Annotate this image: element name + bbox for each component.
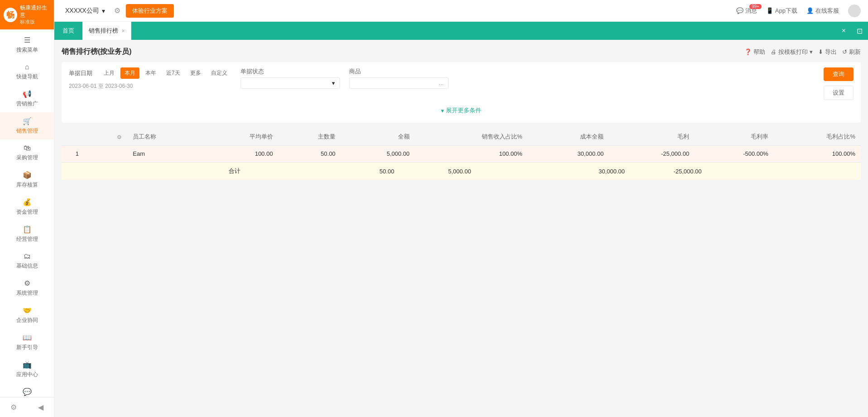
tab-sales-ranking[interactable]: 销售排行榜 × (82, 22, 131, 40)
guide-icon: 📖 (23, 333, 32, 342)
footer-cell: -25,000.00 (630, 168, 707, 175)
export-btn[interactable]: ⬇ 导出 (818, 48, 837, 56)
sidebar-item-purchase[interactable]: 🛍采购管理 (0, 139, 54, 166)
collapse-btn[interactable]: ◀ (38, 403, 43, 412)
status-select[interactable]: ▾ (240, 77, 340, 89)
print-btn[interactable]: 🖨 按模板打印 ▾ (771, 48, 813, 56)
status-label: 单据状态 (240, 67, 264, 76)
trial-button[interactable]: 体验行业方案 (126, 4, 174, 18)
cell-name: Eam (127, 146, 203, 162)
sidebar-label-search: 搜索菜单 (16, 46, 38, 54)
date-btn-上月[interactable]: 上月 (100, 67, 119, 79)
settings-button[interactable]: 设置 (824, 86, 854, 100)
sidebar-item-management[interactable]: 📋经营管理 (0, 220, 54, 248)
sidebar-item-marketing[interactable]: 📢营销推广 (0, 85, 54, 112)
cell-settings (93, 146, 128, 162)
data-table: ⚙员工名称平均单价主数量全额销售收入占比%成本全额毛利毛利率毛利占比% 1Eam… (62, 128, 861, 162)
date-filter-row: 单据日期 上月本月本年近7天更多自定义 (69, 67, 231, 79)
col-header-quantity: 主数量 (278, 128, 341, 146)
restore-window-btn[interactable]: ⊡ (851, 22, 868, 40)
cell-profit_pct: 100.00% (774, 146, 861, 162)
inventory-icon: 📦 (23, 171, 32, 179)
date-btn-更多[interactable]: 更多 (186, 67, 205, 79)
goods-dots[interactable]: ... (439, 80, 444, 86)
tab-close-icon[interactable]: × (122, 28, 125, 34)
sidebar-label-finance: 资金管理 (16, 208, 38, 216)
sidebar: 畅 畅康通好生意 标准版 ☰搜索菜单⌂快捷导航📢营销推广🛒销售管理🛍采购管理📦库… (0, 0, 54, 417)
date-btn-近7天[interactable]: 近7天 (162, 67, 184, 79)
date-btn-本年[interactable]: 本年 (141, 67, 160, 79)
date-filter-label: 单据日期 (69, 69, 92, 77)
sidebar-item-collab[interactable]: 🤝企业协同 (0, 302, 54, 329)
sidebar-item-search[interactable]: ☰搜索菜单 (0, 31, 54, 58)
chevron-down-expand-icon: ▾ (441, 107, 444, 114)
sidebar-label-collab: 企业协同 (16, 316, 38, 324)
header-actions: ❓ 帮助 🖨 按模板打印 ▾ ⬇ 导出 ↺ 刷新 (744, 48, 861, 56)
export-icon: ⬇ (818, 48, 823, 55)
goods-filter-col: 商品 ... (349, 67, 449, 89)
message-btn[interactable]: 💬 消息 99+ (736, 7, 757, 15)
collab-icon: 🤝 (23, 306, 32, 315)
mobile-icon: 📱 (766, 7, 773, 14)
sidebar-item-finance[interactable]: 💰资金管理 (0, 193, 54, 220)
page-title: 销售排行榜(按业务员) (62, 47, 132, 57)
sidebar-item-system[interactable]: ⚙系统管理 (0, 274, 54, 302)
date-btn-自定义[interactable]: 自定义 (207, 67, 231, 79)
cell-profit: -25,000.00 (609, 146, 695, 162)
sidebar-label-system: 系统管理 (16, 289, 38, 297)
sidebar-label-nav: 快捷导航 (16, 73, 38, 81)
sidebar-label-management: 经营管理 (16, 235, 38, 243)
sidebar-label-guide: 新手引导 (16, 344, 38, 351)
cell-cost: 30,000.00 (528, 146, 609, 162)
col-header-settings: ⚙ (93, 128, 128, 146)
date-buttons: 上月本月本年近7天更多自定义 (100, 67, 231, 79)
table-body: 1Eam100.0050.005,000.00100.00%30,000.00-… (62, 146, 861, 162)
col-header-profit: 毛利 (609, 128, 695, 146)
company-selector[interactable]: XXXXX公司 ▾ (62, 5, 109, 17)
content-area: 销售排行榜(按业务员) ❓ 帮助 🖨 按模板打印 ▾ ⬇ 导出 ↺ 刷新 (54, 40, 868, 417)
data-table-wrap: ⚙员工名称平均单价主数量全额销售收入占比%成本全额毛利毛利率毛利占比% 1Eam… (62, 128, 861, 180)
col-header-avg_price: 平均单价 (203, 128, 278, 146)
sidebar-item-sales[interactable]: 🛒销售管理 (0, 112, 54, 139)
sidebar-label-sales: 销售管理 (16, 127, 38, 135)
base-icon: 🗂 (24, 252, 31, 260)
goods-input-wrap[interactable]: ... (349, 77, 449, 89)
purchase-icon: 🛍 (24, 144, 31, 152)
help-btn[interactable]: ❓ 帮助 (744, 48, 765, 56)
refresh-btn[interactable]: ↺ 刷新 (842, 48, 861, 56)
topbar-right: 💬 消息 99+ 📱 App下载 👤 在线客服 (736, 5, 861, 17)
app-download-btn[interactable]: 📱 App下载 (766, 7, 797, 15)
footer-cell: 30,000.00 (553, 168, 630, 175)
settings-col-icon[interactable]: ⚙ (117, 134, 122, 140)
sidebar-logo: 畅 畅康通好生意 标准版 (0, 0, 54, 29)
sidebar-item-apps[interactable]: 📺应用中心 (0, 356, 54, 383)
company-name: XXXXX公司 (65, 7, 99, 15)
col-header-profit_rate: 毛利率 (695, 128, 774, 146)
print-icon: 🖨 (771, 48, 777, 55)
logo-icon: 畅 (4, 8, 17, 22)
user-avatar[interactable] (848, 5, 861, 17)
cell-index: 1 (62, 146, 93, 162)
sidebar-item-wechat[interactable]: 💬企业微信 (0, 383, 54, 397)
page-header: 销售排行榜(按业务员) ❓ 帮助 🖨 按模板打印 ▾ ⬇ 导出 ↺ 刷新 (62, 47, 861, 57)
expand-conditions-btn[interactable]: ▾ 展开更多条件 (69, 104, 854, 117)
online-service-btn[interactable]: 👤 在线客服 (806, 7, 839, 15)
sidebar-item-inventory[interactable]: 📦库存核算 (0, 166, 54, 193)
marketing-icon: 📢 (23, 90, 32, 98)
apps-icon: 📺 (23, 360, 32, 369)
system-icon: ⚙ (24, 279, 30, 288)
topbar-gear-icon[interactable]: ⚙ (114, 6, 120, 15)
close-window-btn[interactable]: × (836, 22, 851, 40)
sidebar-item-base[interactable]: 🗂基础信息 (0, 248, 54, 274)
refresh-icon: ↺ (842, 48, 847, 55)
settings-footer-btn[interactable]: ⚙ (10, 403, 17, 412)
query-button[interactable]: 查询 (824, 67, 854, 81)
sidebar-item-nav[interactable]: ⌂快捷导航 (0, 58, 54, 85)
sidebar-nav: ☰搜索菜单⌂快捷导航📢营销推广🛒销售管理🛍采购管理📦库存核算💰资金管理📋经营管理… (0, 29, 54, 397)
col-header-name: 员工名称 (127, 128, 203, 146)
tab-home[interactable]: 首页 (54, 22, 82, 40)
question-icon: ❓ (744, 48, 752, 55)
date-btn-本月[interactable]: 本月 (120, 67, 139, 79)
sidebar-item-guide[interactable]: 📖新手引导 (0, 329, 54, 356)
status-chevron-icon: ▾ (332, 80, 335, 86)
